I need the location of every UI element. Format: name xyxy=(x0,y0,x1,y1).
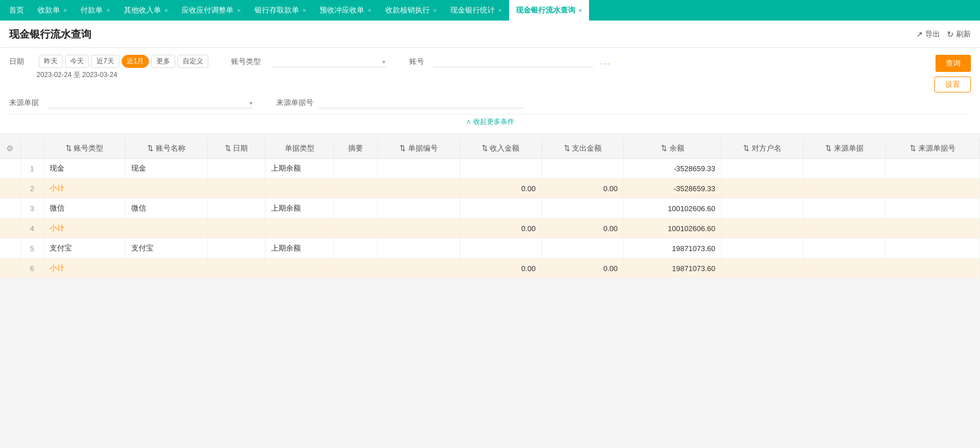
row-source-doc-no xyxy=(885,179,979,199)
nav-cash-bank-stat[interactable]: 现金银行统计 × xyxy=(443,0,509,21)
source-doc-no-input[interactable] xyxy=(318,97,523,108)
date-btn-custom[interactable]: 自定义 xyxy=(178,55,208,68)
row-expense xyxy=(542,239,624,259)
nav-collect-exec[interactable]: 收款核销执行 × xyxy=(378,0,443,21)
col-header-date: ⇅ 日期 xyxy=(208,139,265,159)
col-header-income: ⇅ 收入金额 xyxy=(459,139,542,159)
refresh-button[interactable]: ↻ 刷新 xyxy=(947,29,971,39)
query-button[interactable]: 查询 xyxy=(935,55,971,72)
table-row[interactable]: 3 微信 微信 上期余额 100102606.60 xyxy=(0,199,980,219)
table-row[interactable]: 1 现金 现金 上期余额 -3528659.33 xyxy=(0,159,980,179)
date-range: 2023-02-24 至 2023-03-24 xyxy=(37,71,117,79)
date-btn-1month[interactable]: 近1月 xyxy=(122,55,150,68)
collapse-bar[interactable]: ∧ 收起更多条件 xyxy=(9,114,971,129)
col-header-source-doc: ⇅ 来源单据 xyxy=(803,139,885,159)
table-row[interactable]: 2 小计 0.00 0.00 -3528659.33 xyxy=(0,179,980,199)
account-dots-button[interactable]: ... xyxy=(600,56,611,67)
close-icon[interactable]: × xyxy=(63,7,67,14)
row-account-name: 现金 xyxy=(126,159,208,179)
gear-icon[interactable]: ⚙ xyxy=(6,144,14,153)
row-source-doc-no xyxy=(885,239,979,259)
row-date xyxy=(208,219,265,239)
row-gear xyxy=(0,199,21,219)
header-actions: ↗ 导出 ↻ 刷新 xyxy=(916,29,971,39)
row-expense: 0.00 xyxy=(542,179,624,199)
row-doc-no xyxy=(378,179,460,199)
nav-payment[interactable]: 付款单 × xyxy=(74,0,116,21)
row-source-doc xyxy=(803,179,885,199)
row-num: 4 xyxy=(21,219,43,239)
col-header-gear: ⚙ xyxy=(0,139,21,159)
nav-receipt[interactable]: 收款单 × xyxy=(31,0,74,21)
close-icon[interactable]: × xyxy=(368,7,371,14)
close-icon[interactable]: × xyxy=(303,7,306,14)
export-button[interactable]: ↗ 导出 xyxy=(916,29,940,39)
row-doc-type xyxy=(265,219,334,239)
nav-home[interactable]: 首页 xyxy=(2,0,31,21)
close-icon[interactable]: × xyxy=(579,7,582,14)
row-source-doc xyxy=(803,239,885,259)
row-doc-no xyxy=(378,199,460,219)
nav-advance-offset[interactable]: 预收冲应收单 × xyxy=(313,0,378,21)
close-icon[interactable]: × xyxy=(433,7,437,14)
row-income xyxy=(459,239,542,259)
table-row[interactable]: 6 小计 0.00 0.00 19871073.60 xyxy=(0,259,980,279)
row-doc-no xyxy=(378,259,460,279)
row-summary xyxy=(333,159,377,179)
page-header: 现金银行流水查询 ↗ 导出 ↻ 刷新 xyxy=(0,21,980,48)
row-counterpart xyxy=(721,159,804,179)
account-type-select[interactable] xyxy=(272,56,386,67)
row-doc-type xyxy=(265,179,334,199)
data-table-container: ⚙ ⇅ 账号类型 ⇅ 账号名称 ⇅ 日期 单据类型 xyxy=(0,139,980,279)
row-source-doc-no xyxy=(885,219,979,239)
row-source-doc-no xyxy=(885,259,979,279)
row-counterpart xyxy=(721,219,804,239)
row-gear xyxy=(0,179,21,199)
row-source-doc xyxy=(803,159,885,179)
row-counterpart xyxy=(721,199,804,219)
row-expense: 0.00 xyxy=(542,259,624,279)
row-date xyxy=(208,179,265,199)
row-account-name xyxy=(126,259,208,279)
row-doc-no xyxy=(378,219,460,239)
source-doc-select[interactable] xyxy=(48,97,253,108)
row-balance: 100102606.60 xyxy=(624,199,721,219)
col-header-doc-type: 单据类型 xyxy=(265,139,334,159)
table-header-row: ⚙ ⇅ 账号类型 ⇅ 账号名称 ⇅ 日期 单据类型 xyxy=(0,139,980,159)
col-header-account-name: ⇅ 账号名称 xyxy=(126,139,208,159)
row-account-name xyxy=(126,179,208,199)
source-doc-no-label: 来源单据号 xyxy=(276,98,313,108)
nav-cash-bank-flow[interactable]: 现金银行流水查询 × xyxy=(509,0,589,21)
nav-ar-ap-adjust[interactable]: 应收应付调整单 × xyxy=(175,0,247,21)
export-icon: ↗ xyxy=(916,30,923,39)
row-doc-type xyxy=(265,259,334,279)
account-input[interactable] xyxy=(433,56,593,67)
close-icon[interactable]: × xyxy=(237,7,240,14)
nav-other-income[interactable]: 其他收入单 × xyxy=(117,0,175,21)
date-btn-yesterday[interactable]: 昨天 xyxy=(39,55,63,68)
close-icon[interactable]: × xyxy=(164,7,168,14)
row-date xyxy=(208,199,265,219)
row-source-doc xyxy=(803,259,885,279)
row-num: 1 xyxy=(21,159,43,179)
row-account-type: 支付宝 xyxy=(43,239,126,259)
row-date xyxy=(208,259,265,279)
table-row[interactable]: 4 小计 0.00 0.00 100102606.60 xyxy=(0,219,980,239)
close-icon[interactable]: × xyxy=(106,7,110,14)
row-num: 5 xyxy=(21,239,43,259)
date-label: 日期 xyxy=(9,56,32,67)
date-btn-more[interactable]: 更多 xyxy=(151,55,175,68)
col-header-balance: ⇅ 余额 xyxy=(624,139,721,159)
close-icon[interactable]: × xyxy=(498,7,502,14)
row-summary xyxy=(333,219,377,239)
filter-area: 日期 昨天 今天 近7天 近1月 更多 自定义 2023-02-24 至 202… xyxy=(0,48,980,134)
date-btn-today[interactable]: 今天 xyxy=(65,55,89,68)
date-btn-7days[interactable]: 近7天 xyxy=(91,55,119,68)
row-income xyxy=(459,159,542,179)
col-header-source-doc-no: ⇅ 来源单据号 xyxy=(885,139,979,159)
row-income: 0.00 xyxy=(459,219,542,239)
nav-bank-deposit[interactable]: 银行存取款单 × xyxy=(248,0,313,21)
row-num: 3 xyxy=(21,199,43,219)
settings-button[interactable]: 设置 xyxy=(934,76,971,92)
table-row[interactable]: 5 支付宝 支付宝 上期余额 19871073.60 xyxy=(0,239,980,259)
